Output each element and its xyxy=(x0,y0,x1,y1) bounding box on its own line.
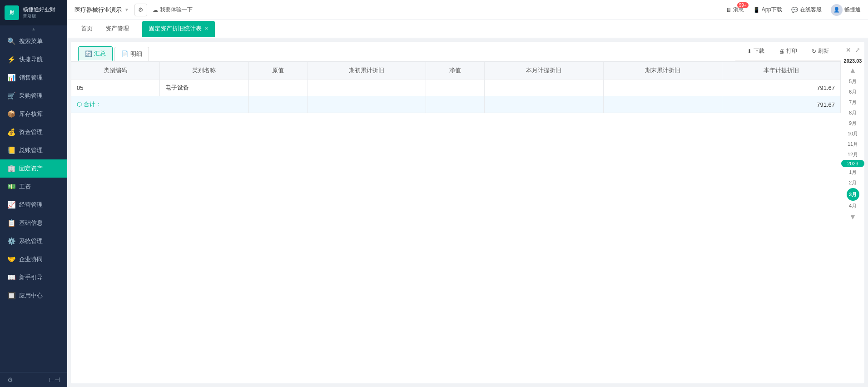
table-cell: 05 xyxy=(71,79,160,96)
sidebar-item-quick-nav[interactable]: ⚡ 快捷导航 xyxy=(0,50,67,69)
month-item[interactable]: 1月 xyxy=(841,167,864,178)
fixed-assets-icon: 🏢 xyxy=(7,164,15,173)
app-center-icon: 🔲 xyxy=(7,292,15,300)
print-button[interactable]: 🖨 打印 xyxy=(774,45,802,57)
content-area: 🔄 汇总 📄 明细 ⬇ 下载 🖨 打印 ↻ xyxy=(71,42,864,383)
month-item[interactable]: 9月 xyxy=(841,118,864,129)
sidebar-item-operations[interactable]: 📈 经营管理 xyxy=(0,196,67,214)
sidebar: 财 畅捷通好业财 普及版 ▲ 🔍 搜索菜单 ⚡ 快捷导航 📊 销售管理 🛒 采购… xyxy=(0,0,67,387)
table-row: 05电子设备791.67 xyxy=(71,79,841,96)
col-header: 本月计提折旧 xyxy=(485,62,603,79)
sidebar-label-payroll: 工资 xyxy=(19,183,31,191)
sub-tabs: 🔄 汇总 📄 明细 xyxy=(71,42,156,61)
month-item[interactable]: 4月 xyxy=(841,201,864,211)
col-header: 类别名称 xyxy=(160,62,248,79)
message-badge: 99+ xyxy=(737,2,749,8)
refresh-icon: ↻ xyxy=(812,48,816,55)
settings-button[interactable]: ⚙ xyxy=(134,4,147,16)
month-item[interactable]: 8月 xyxy=(841,108,864,118)
sidebar-label-guide: 新手引导 xyxy=(19,273,43,282)
sidebar-label-operations: 经营管理 xyxy=(19,201,43,209)
month-item[interactable]: 2月 xyxy=(841,178,864,188)
year-marker[interactable]: 2023 xyxy=(841,160,864,167)
message-button[interactable]: 🖥 消息 99+ xyxy=(726,6,744,14)
app-icon: 📱 xyxy=(753,7,760,13)
sidebar-label-basic-info: 基础信息 xyxy=(19,219,43,227)
tab-depreciation[interactable]: 固定资产折旧统计表✕ xyxy=(142,21,215,37)
guide-icon: 📖 xyxy=(7,273,15,282)
app-download-button[interactable]: 📱 App下载 xyxy=(753,6,782,14)
month-item[interactable]: 6月 xyxy=(841,87,864,97)
month-scroll-down[interactable]: ▼ xyxy=(848,211,858,223)
tab-home[interactable]: 首页 xyxy=(74,21,99,37)
month-item[interactable]: 3月 xyxy=(847,188,859,201)
sidebar-item-system[interactable]: ⚙️ 系统管理 xyxy=(0,232,67,250)
download-button[interactable]: ⬇ 下载 xyxy=(743,45,769,57)
month-item[interactable]: 7月 xyxy=(841,97,864,108)
tab-label-depreciation: 固定资产折旧统计表 xyxy=(149,25,202,33)
purchase-icon: 🛒 xyxy=(7,92,15,100)
refresh-button[interactable]: ↻ 刷新 xyxy=(807,45,833,57)
total-cell xyxy=(307,96,426,113)
month-scroll-up[interactable]: ▲ xyxy=(848,64,858,76)
month-item[interactable]: 5月 xyxy=(841,76,864,87)
sidebar-item-finance[interactable]: 💰 资金管理 xyxy=(0,123,67,141)
panel-expand-icon[interactable]: ⤢ xyxy=(853,45,862,55)
logo-icon: 财 xyxy=(5,5,19,20)
total-cell xyxy=(426,96,485,113)
sidebar-item-enterprise[interactable]: 🤝 企业协同 xyxy=(0,250,67,268)
sidebar-item-ledger[interactable]: 📒 总账管理 xyxy=(0,141,67,159)
tab-close-depreciation[interactable]: ✕ xyxy=(204,25,208,31)
sub-tab-detail[interactable]: 📄 明细 xyxy=(114,47,149,61)
year-display: 2023.03 xyxy=(844,56,862,64)
total-icon: ⬡ xyxy=(77,101,82,108)
month-item[interactable]: 11月 xyxy=(841,139,864,149)
right-panel: ✕ ⤢ 2023.03 ▲5月6月7月8月9月10月11月12月20231月2月… xyxy=(841,42,864,225)
sidebar-scroll-up[interactable]: ▲ xyxy=(31,26,36,31)
settings-icon[interactable]: ⚙ xyxy=(7,376,13,383)
sidebar-label-search: 搜索菜单 xyxy=(19,37,43,45)
sidebar-item-payroll[interactable]: 💵 工资 xyxy=(0,178,67,196)
collapse-icon[interactable]: ⊢⊣ xyxy=(49,376,60,383)
table-cell xyxy=(603,79,722,96)
topbar-right: 🖥 消息 99+ 📱 App下载 💬 在线客服 👤 畅捷通 xyxy=(726,4,861,16)
tab-close-asset-mgmt[interactable]: ✕ xyxy=(132,25,136,31)
tab-label-home: 首页 xyxy=(81,25,93,33)
company-selector[interactable]: 医疗器械行业演示 ▼ xyxy=(74,6,129,14)
sidebar-label-finance: 资金管理 xyxy=(19,128,43,136)
sidebar-item-purchase[interactable]: 🛒 采购管理 xyxy=(0,87,67,105)
tab-asset-mgmt[interactable]: 资产管理✕ xyxy=(99,21,142,37)
sidebar-item-guide[interactable]: 📖 新手引导 xyxy=(0,268,67,287)
basic-info-icon: 📋 xyxy=(7,219,15,227)
system-icon: ⚙️ xyxy=(7,237,15,245)
payroll-icon: 💵 xyxy=(7,183,15,191)
sidebar-item-fixed-assets[interactable]: 🏢 固定资产 xyxy=(0,159,67,178)
experience-button[interactable]: ☁ 我要体验一下 xyxy=(153,6,193,14)
panel-close-icon[interactable]: ✕ xyxy=(844,45,853,55)
download-icon: ⬇ xyxy=(747,48,752,55)
col-header: 净值 xyxy=(426,62,485,79)
sidebar-item-search[interactable]: 🔍 搜索菜单 xyxy=(0,32,67,50)
dropdown-icon: ▼ xyxy=(124,7,129,12)
avatar: 👤 xyxy=(831,4,843,16)
depreciation-table: 类别编码类别名称原值期初累计折旧净值本月计提折旧期末累计折旧本年计提折旧05电子… xyxy=(71,61,841,113)
sub-tab-summary[interactable]: 🔄 汇总 xyxy=(78,46,113,61)
detail-subtab-icon: 📄 xyxy=(121,50,129,57)
sidebar-footer: ⚙ ⊢⊣ xyxy=(0,372,67,387)
sidebar-item-basic-info[interactable]: 📋 基础信息 xyxy=(0,214,67,232)
month-item[interactable]: 12月 xyxy=(841,149,864,160)
user-menu[interactable]: 👤 畅捷通 xyxy=(831,4,861,16)
app-name: 畅捷通好业财 xyxy=(23,6,55,14)
online-service-button[interactable]: 💬 在线客服 xyxy=(791,6,822,14)
print-icon: 🖨 xyxy=(779,48,784,55)
table-cell: 791.67 xyxy=(722,79,840,96)
total-cell xyxy=(603,96,722,113)
search-icon: 🔍 xyxy=(7,37,15,45)
sidebar-item-inventory[interactable]: 📦 库存核算 xyxy=(0,105,67,123)
month-item[interactable]: 10月 xyxy=(841,129,864,139)
sidebar-item-sales[interactable]: 📊 销售管理 xyxy=(0,69,67,87)
sidebar-item-app-center[interactable]: 🔲 应用中心 xyxy=(0,287,67,305)
operations-icon: 📈 xyxy=(7,201,15,209)
avatar-icon: 👤 xyxy=(833,7,840,13)
total-label-text: 合计： xyxy=(84,101,101,108)
